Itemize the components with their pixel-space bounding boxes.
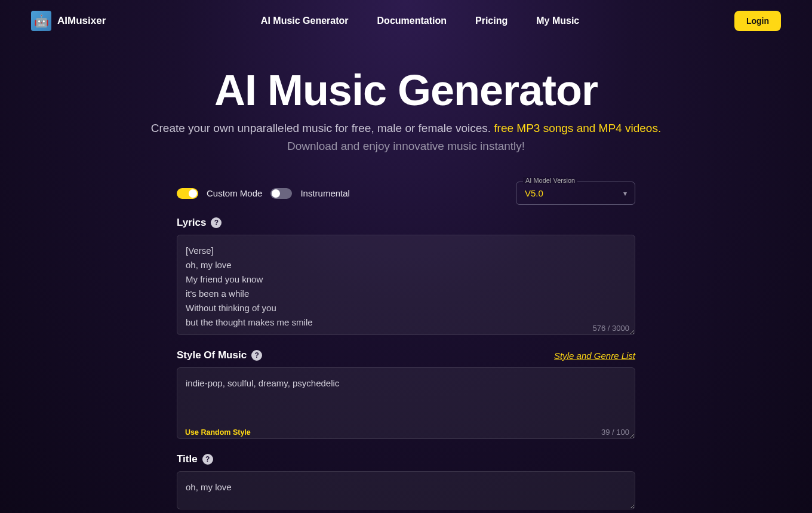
title-label: Title ?	[177, 453, 213, 465]
login-button[interactable]: Login	[734, 11, 781, 31]
logo-group[interactable]: 🤖 AIMusixer	[31, 11, 106, 31]
style-genre-link[interactable]: Style and Genre List	[554, 351, 635, 361]
custom-mode-toggle[interactable]	[177, 188, 198, 199]
nav-docs[interactable]: Documentation	[377, 16, 447, 26]
hero-subtitle-1: Create your own unparalleled music for f…	[12, 122, 800, 135]
help-icon[interactable]: ?	[211, 217, 222, 228]
hero-sub1-highlight: free MP3 songs and MP4 videos.	[494, 122, 661, 134]
nav-mymusic[interactable]: My Music	[536, 16, 579, 26]
lyrics-input[interactable]	[177, 235, 635, 335]
hero-subtitle-2: Download and enjoy innovative music inst…	[12, 140, 800, 153]
style-counter: 39 / 100	[601, 428, 629, 437]
model-select[interactable]: V5.0 ▾	[516, 182, 635, 205]
page-title: AI Music Generator	[12, 66, 800, 115]
lyrics-counter: 576 / 3000	[593, 324, 629, 333]
chevron-down-icon: ▾	[623, 189, 627, 198]
brand-name: AIMusixer	[57, 15, 106, 27]
logo-icon: 🤖	[31, 11, 51, 31]
help-icon[interactable]: ?	[251, 350, 262, 361]
help-icon[interactable]: ?	[202, 454, 213, 465]
style-label: Style Of Music ?	[177, 349, 262, 361]
style-label-text: Style Of Music	[177, 349, 247, 361]
instrumental-toggle[interactable]	[270, 188, 292, 199]
hero-sub1-text: Create your own unparalleled music for f…	[151, 122, 494, 134]
title-label-text: Title	[177, 453, 198, 465]
model-legend: AI Model Version	[523, 177, 577, 184]
model-value: V5.0	[525, 188, 543, 198]
nav-generator[interactable]: AI Music Generator	[261, 16, 349, 26]
use-random-style-button[interactable]: Use Random Style	[185, 428, 251, 437]
instrumental-label: Instrumental	[300, 188, 350, 198]
custom-mode-label: Custom Mode	[207, 188, 262, 198]
main-nav: AI Music Generator Documentation Pricing…	[261, 16, 579, 26]
lyrics-label: Lyrics ?	[177, 217, 222, 229]
title-input[interactable]	[177, 471, 635, 509]
nav-pricing[interactable]: Pricing	[475, 16, 508, 26]
lyrics-label-text: Lyrics	[177, 217, 206, 229]
